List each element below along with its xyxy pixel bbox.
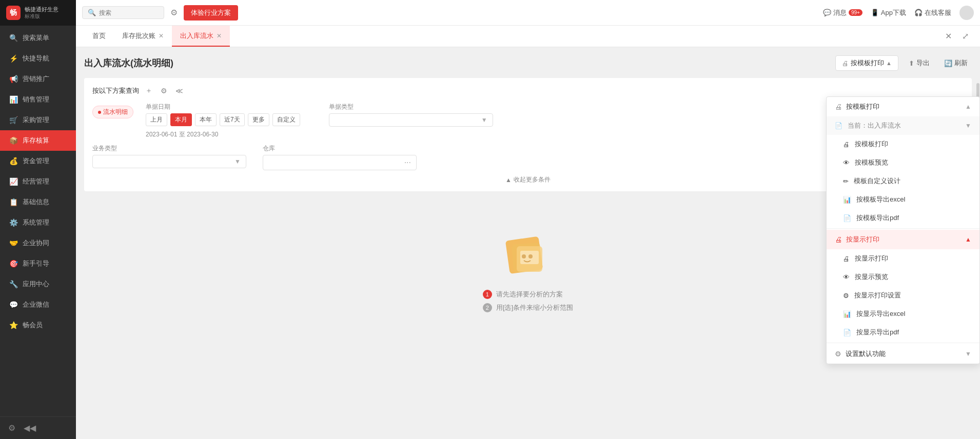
display-print-item-icon: 🖨 bbox=[843, 255, 850, 263]
display-print-section-header[interactable]: 🖨 按显示打印 ▲ bbox=[827, 230, 979, 249]
display-export-pdf-item[interactable]: 📄 按显示导出pdf bbox=[827, 323, 979, 342]
template-custom-label: 模板自定义设计 bbox=[854, 176, 900, 186]
template-print-item[interactable]: 🖨 按模板打印 bbox=[827, 135, 979, 153]
current-template-label: 📄 当前：出入库流水 ▼ bbox=[827, 116, 979, 135]
template-preview-icon: 👁 bbox=[843, 159, 850, 167]
sidebar-item-sales[interactable]: 📊 销售管理 bbox=[0, 89, 76, 110]
template-custom-item[interactable]: ✏ 模板自定义设计 bbox=[827, 172, 979, 190]
display-preview-item[interactable]: 👁 按显示预览 bbox=[827, 268, 979, 286]
tab-stock-flow[interactable]: 出入库流水 ✕ bbox=[172, 26, 230, 47]
biz-type-label: 业务类型 bbox=[92, 144, 246, 153]
set-default-chevron: ▼ bbox=[965, 350, 971, 357]
customer-service-label: 在线客服 bbox=[925, 8, 951, 17]
messages-button[interactable]: 💬 消息 99+ bbox=[823, 8, 863, 17]
filter-header: 按以下方案查询 ＋ ⚙ ≪ bbox=[92, 85, 964, 96]
set-default-header[interactable]: ⚙ 设置默认功能 ▼ bbox=[827, 344, 979, 364]
sidebar-item-wechat[interactable]: 💬 企业微信 bbox=[0, 294, 76, 315]
display-export-excel-item[interactable]: 📊 按显示导出excel bbox=[827, 305, 979, 323]
chevron-down-icon: ▼ bbox=[481, 116, 487, 124]
sidebar-item-app-center[interactable]: 🔧 应用中心 bbox=[0, 274, 76, 294]
filter-tag[interactable]: 流水明细 bbox=[92, 106, 133, 118]
sidebar-item-inventory[interactable]: 📦 库存核算 bbox=[0, 130, 76, 151]
maximize-icon[interactable]: ⤢ bbox=[959, 30, 972, 42]
customer-service-button[interactable]: 🎧 在线客服 bbox=[914, 8, 951, 17]
filter-collapse-button[interactable]: ≪ bbox=[173, 86, 185, 96]
date-btn-7days[interactable]: 近7天 bbox=[220, 113, 245, 126]
current-label-icon: 📄 bbox=[835, 122, 842, 129]
inventory-icon: 📦 bbox=[8, 135, 18, 146]
filter-add-button[interactable]: ＋ bbox=[143, 85, 154, 96]
search-input[interactable] bbox=[99, 9, 159, 16]
sidebar-item-member[interactable]: ⭐ 畅会员 bbox=[0, 315, 76, 335]
template-print-section-header[interactable]: 🖨 按模板打印 ▲ bbox=[827, 97, 979, 116]
sidebar-item-finance[interactable]: 💰 资金管理 bbox=[0, 151, 76, 171]
messages-label: 消息 bbox=[833, 8, 847, 17]
sidebar-header: 畅 畅捷通好生意 标准版 bbox=[0, 0, 76, 26]
sidebar-item-label: 基础信息 bbox=[23, 197, 49, 207]
message-badge: 99+ bbox=[849, 9, 863, 16]
settings-footer-icon[interactable]: ⚙ bbox=[8, 423, 15, 433]
sidebar-item-guide[interactable]: 🎯 新手引导 bbox=[0, 253, 76, 274]
sidebar-item-marketing[interactable]: 📢 营销推广 bbox=[0, 69, 76, 89]
display-print-settings-item[interactable]: ⚙ 按显示打印设置 bbox=[827, 286, 979, 305]
tab-batch-account-label: 库存批次账 bbox=[122, 31, 155, 41]
filter-set-button[interactable]: ⚙ bbox=[159, 86, 169, 96]
tab-stock-flow-close[interactable]: ✕ bbox=[217, 32, 222, 39]
page-header: 出入库流水(流水明细) 🖨 按模板打印 ▲ ⬆ 导出 🔄 刷新 bbox=[84, 55, 972, 71]
biz-type-select[interactable]: ▼ bbox=[92, 155, 246, 168]
close-all-tabs-icon[interactable]: ✕ bbox=[942, 30, 955, 42]
template-pdf-icon: 📄 bbox=[843, 214, 851, 222]
date-btn-more[interactable]: 更多 bbox=[248, 113, 269, 126]
collapse-conditions-button[interactable]: ▲ 收起更多条件 bbox=[505, 175, 551, 184]
date-btn-custom[interactable]: 自定义 bbox=[272, 113, 300, 126]
sidebar-footer: ⚙ ◀◀ bbox=[0, 416, 76, 439]
user-avatar[interactable] bbox=[959, 6, 974, 20]
collapse-sidebar-icon[interactable]: ◀◀ bbox=[24, 423, 36, 433]
tab-stock-flow-label: 出入库流水 bbox=[180, 31, 213, 41]
brand-name: 畅捷通好生意 bbox=[25, 6, 58, 13]
topbar-search-box[interactable]: 🔍 bbox=[82, 6, 164, 19]
sidebar-item-operations[interactable]: 📈 经营管理 bbox=[0, 171, 76, 192]
sidebar-item-system[interactable]: ⚙️ 系统管理 bbox=[0, 212, 76, 233]
sidebar-item-search[interactable]: 🔍 搜索菜单 bbox=[0, 28, 76, 48]
app-center-icon: 🔧 bbox=[8, 279, 18, 289]
sidebar-item-purchase[interactable]: 🛒 采购管理 bbox=[0, 110, 76, 130]
display-export-pdf-label: 按显示导出pdf bbox=[856, 328, 899, 337]
print-dropdown-button[interactable]: 🖨 按模板打印 ▲ bbox=[835, 55, 898, 71]
sidebar-item-label: 库存核算 bbox=[23, 136, 49, 145]
template-export-excel-item[interactable]: 📊 按模板导出excel bbox=[827, 190, 979, 209]
sidebar-item-enterprise[interactable]: 🤝 企业协同 bbox=[0, 233, 76, 253]
date-btn-last-month[interactable]: 上月 bbox=[146, 113, 167, 126]
display-preview-icon: 👁 bbox=[843, 273, 850, 281]
tab-home[interactable]: 首页 bbox=[84, 26, 114, 47]
empty-hint-1: 1 请先选择要分析的方案 bbox=[483, 290, 573, 299]
doc-type-select[interactable]: ▼ bbox=[329, 113, 493, 127]
tab-batch-account-close[interactable]: ✕ bbox=[159, 32, 164, 39]
template-preview-label: 按模板预览 bbox=[855, 158, 888, 167]
doc-type-label: 单据类型 bbox=[329, 103, 493, 111]
template-print-item-label: 按模板打印 bbox=[855, 139, 888, 149]
warehouse-select[interactable]: ··· bbox=[263, 155, 417, 170]
trial-button[interactable]: 体验行业方案 bbox=[184, 5, 238, 21]
template-export-pdf-item[interactable]: 📄 按模板导出pdf bbox=[827, 209, 979, 227]
sidebar-item-quick-nav[interactable]: ⚡ 快捷导航 bbox=[0, 48, 76, 69]
template-custom-icon: ✏ bbox=[843, 177, 849, 185]
sidebar-item-basic-info[interactable]: 📋 基础信息 bbox=[0, 192, 76, 212]
warehouse-more-icon[interactable]: ··· bbox=[404, 158, 411, 167]
refresh-button[interactable]: 🔄 刷新 bbox=[940, 56, 972, 70]
tab-batch-account[interactable]: 库存批次账 ✕ bbox=[114, 26, 172, 47]
date-btn-this-year[interactable]: 本年 bbox=[195, 113, 217, 126]
topbar-gear-icon[interactable]: ⚙ bbox=[168, 6, 180, 19]
date-btn-this-month[interactable]: 本月 bbox=[170, 113, 192, 126]
warehouse-label: 仓库 bbox=[263, 144, 417, 153]
template-preview-item[interactable]: 👁 按模板预览 bbox=[827, 153, 979, 172]
display-print-item[interactable]: 🖨 按显示打印 bbox=[827, 249, 979, 268]
refresh-label: 刷新 bbox=[954, 58, 968, 68]
tag-label: 流水明细 bbox=[103, 108, 128, 116]
sidebar-item-label: 快捷导航 bbox=[23, 54, 49, 63]
app-download-button[interactable]: 📱 App下载 bbox=[871, 8, 906, 17]
member-icon: ⭐ bbox=[8, 320, 18, 330]
export-button[interactable]: ⬆ 导出 bbox=[905, 56, 934, 70]
page-actions: 🖨 按模板打印 ▲ ⬆ 导出 🔄 刷新 bbox=[835, 55, 972, 71]
sidebar-item-label: 搜索菜单 bbox=[23, 33, 49, 43]
